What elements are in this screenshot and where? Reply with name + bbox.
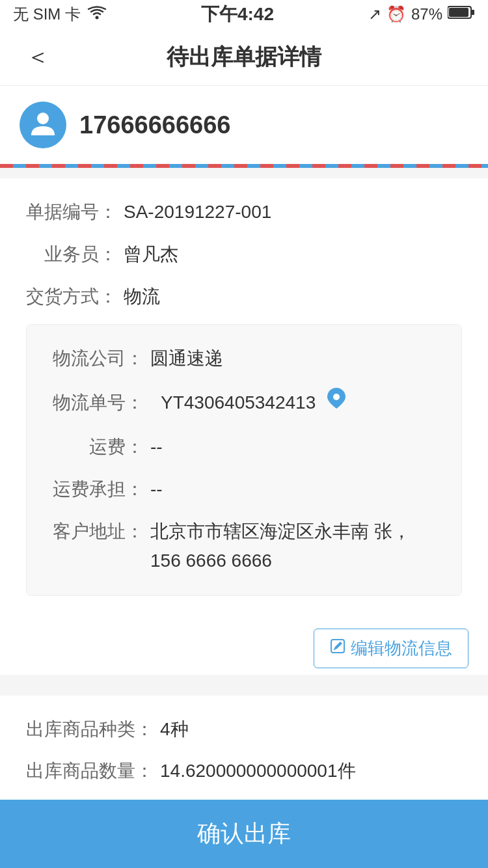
- address-value: 北京市市辖区海淀区永丰南 张，156 6666 6666: [150, 517, 435, 576]
- confirm-button[interactable]: 确认出库: [0, 800, 488, 868]
- sales-person-label: 业务员：: [26, 240, 117, 269]
- back-button[interactable]: ＜: [20, 34, 56, 79]
- goods-section: 出库商品种类： 4种 出库商品数量： 14.620000000000001件: [0, 696, 488, 806]
- confirm-btn-label: 确认出库: [197, 820, 291, 847]
- wifi-icon: [87, 5, 107, 23]
- tracking-no-value: YT43064053424​13: [161, 388, 316, 418]
- svg-point-5: [333, 394, 340, 400]
- sales-person-value: 曾凡杰: [124, 240, 462, 269]
- customer-phone: 17666666666: [79, 111, 230, 139]
- avatar: [20, 102, 66, 148]
- document-no-row: 单据编号： SA-20191227-001: [26, 198, 462, 227]
- freight-bearer-value: --: [150, 475, 435, 504]
- basic-info-section: 单据编号： SA-20191227-001 业务员： 曾凡杰 交货方式： 物流 …: [0, 178, 488, 616]
- freight-bearer-row: 运费承担： --: [53, 475, 435, 504]
- page-title: 待出库单据详情: [167, 42, 321, 72]
- logistics-company-label: 物流公司：: [53, 344, 144, 373]
- goods-quantity-row: 出库商品数量： 14.620000000000001件: [26, 757, 462, 786]
- status-right: ↗ ⏰ 87%: [368, 5, 475, 23]
- svg-point-4: [37, 113, 49, 124]
- address-label: 客户地址：: [53, 517, 144, 547]
- tracking-no-row: 物流单号： YT43064053424​13: [53, 387, 435, 420]
- delivery-method-label: 交货方式：: [26, 282, 117, 312]
- location-status-icon: ↗: [368, 5, 381, 23]
- document-no-label: 单据编号：: [26, 198, 117, 227]
- svg-rect-2: [472, 10, 474, 15]
- customer-header: 17666666666: [0, 86, 488, 164]
- avatar-icon: [29, 108, 57, 142]
- svg-rect-3: [449, 8, 468, 17]
- goods-quantity-label: 出库商品数量：: [26, 757, 154, 786]
- edit-logistics-label: 编辑物流信息: [351, 637, 452, 660]
- battery-icon: [448, 5, 475, 23]
- document-no-value: SA-20191227-001: [124, 198, 462, 227]
- sim-status: 无 SIM 卡: [13, 4, 81, 25]
- freight-value: --: [150, 433, 435, 462]
- logistics-company-row: 物流公司： 圆通速递: [53, 344, 435, 373]
- status-left: 无 SIM 卡: [13, 4, 107, 25]
- freight-bearer-label: 运费承担：: [53, 475, 144, 504]
- edit-icon: [330, 638, 346, 658]
- delivery-method-value: 物流: [124, 282, 462, 312]
- tracking-no-label: 物流单号：: [53, 388, 144, 418]
- map-pin-icon[interactable]: [326, 387, 347, 420]
- edit-btn-row: 编辑物流信息: [0, 616, 488, 675]
- battery-percent: 87%: [411, 5, 442, 23]
- freight-row: 运费： --: [53, 433, 435, 462]
- sales-person-row: 业务员： 曾凡杰: [26, 240, 462, 269]
- logistics-section: 物流公司： 圆通速递 物流单号： YT43064053424​13 运费： --…: [26, 324, 462, 595]
- delivery-method-row: 交货方式： 物流: [26, 282, 462, 312]
- section-divider-1: [0, 675, 488, 685]
- freight-label: 运费：: [53, 433, 144, 462]
- status-time: 下午4:42: [201, 2, 274, 27]
- svg-point-0: [96, 16, 99, 20]
- address-row: 客户地址： 北京市市辖区海淀区永丰南 张，156 6666 6666: [53, 517, 435, 576]
- goods-types-label: 出库商品种类：: [26, 715, 154, 744]
- status-bar: 无 SIM 卡 下午4:42 ↗ ⏰ 87%: [0, 0, 488, 29]
- logistics-company-value: 圆通速递: [150, 344, 435, 373]
- goods-types-value: 4种: [160, 715, 462, 744]
- edit-logistics-button[interactable]: 编辑物流信息: [314, 629, 468, 668]
- dashed-separator: [0, 164, 488, 168]
- alarm-icon: ⏰: [386, 5, 406, 23]
- nav-bar: ＜ 待出库单据详情: [0, 29, 488, 86]
- goods-quantity-value: 14.620000000000001件: [160, 757, 462, 786]
- goods-types-row: 出库商品种类： 4种: [26, 715, 462, 744]
